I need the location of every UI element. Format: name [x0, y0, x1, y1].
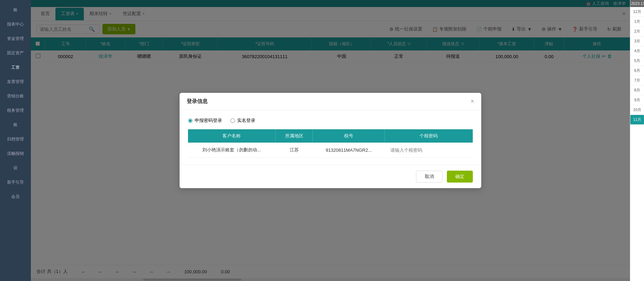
calendar-apr[interactable]: 4月	[630, 46, 644, 56]
sidebar-item-salary[interactable]: 工资	[0, 60, 31, 75]
sidebar-item-fund[interactable]: 资金管理	[0, 32, 31, 46]
radio-realname-login[interactable]: 实名登录	[230, 117, 255, 124]
dialog-col-name: 客户名称	[188, 129, 275, 143]
dialog-col-password: 个税密码	[385, 129, 473, 143]
sidebar-item-settings[interactable]: 设	[0, 161, 31, 175]
cancel-button[interactable]: 取消	[416, 171, 443, 183]
sidebar-item-report[interactable]: 报表中心	[0, 17, 31, 32]
dialog-overlay: 登录信息 × 申报密码登录 实名登录	[31, 0, 630, 281]
calendar-jul[interactable]: 7月	[630, 76, 644, 85]
main-content: 🤖 人工咨询 徐泽华 首页 工资表 × 期末结转 × 凭证配置	[31, 0, 630, 281]
dialog-cell-name: 刘小艳演示账套（勿删勿动...	[188, 143, 275, 158]
sidebar-item-guide[interactable]: 新手引导	[0, 175, 31, 190]
sidebar-item-member[interactable]: 会员	[0, 190, 31, 204]
dialog-body: 申报密码登录 实名登录 客户名称 所属地区 税号	[180, 110, 481, 165]
sidebar-item-fixed-assets[interactable]: 固定资产	[0, 46, 31, 60]
calendar-year: 2023.11	[630, 0, 644, 7]
calendar-sep[interactable]: 9月	[630, 95, 644, 105]
dialog-table-row: 刘小艳演示账套（勿删勿动... 江苏 91320811MA7NGR2...	[188, 143, 473, 158]
calendar-mar[interactable]: 3月	[630, 36, 644, 46]
dialog-footer: 取消 确定	[180, 165, 481, 188]
calendar-feb[interactable]: 2月	[630, 27, 644, 36]
dialog-col-region: 所属地区	[275, 129, 313, 143]
dialog-table: 客户名称 所属地区 税号 个税密码 刘小艳演示账套（勿删勿动... 江苏 913…	[188, 129, 473, 158]
dialog-cell-tax: 91320811MA7NGR2...	[313, 143, 385, 158]
sidebar: 账 报表中心 资金管理 固定资产 工资 发票管理 营销台账 税务管理 账 归档管…	[0, 0, 31, 281]
sidebar-item-archive[interactable]: 归档管理	[0, 132, 31, 146]
calendar-dec[interactable]: 12月	[630, 7, 644, 17]
sidebar-item-tax[interactable]: 税务管理	[0, 103, 31, 118]
dialog-close-button[interactable]: ×	[470, 98, 474, 105]
sidebar-item-account2[interactable]: 账	[0, 118, 31, 132]
login-dialog: 登录信息 × 申报密码登录 实名登录	[180, 93, 481, 188]
dialog-header: 登录信息 ×	[180, 93, 481, 110]
dialog-cell-region: 江苏	[275, 143, 313, 158]
sidebar-item-expense[interactable]: 流畅报销	[0, 146, 31, 161]
sidebar-item-invoice[interactable]: 发票管理	[0, 75, 31, 89]
calendar-jan[interactable]: 1月	[630, 17, 644, 27]
confirm-button[interactable]: 确定	[447, 171, 473, 183]
dialog-cell-password[interactable]	[385, 143, 473, 158]
sidebar-item-account[interactable]: 账	[0, 3, 31, 17]
calendar-aug[interactable]: 8月	[630, 85, 644, 95]
password-input[interactable]	[390, 148, 467, 153]
calendar-sidebar: 2023.11 12月 1月 2月 3月 4月 5月 6月 7月 8月 9月 1…	[630, 0, 644, 281]
calendar-nov[interactable]: 11月	[630, 115, 644, 125]
calendar-jun[interactable]: 6月	[630, 66, 644, 76]
dialog-title: 登录信息	[187, 98, 208, 105]
dialog-col-tax: 税号	[313, 129, 385, 143]
calendar-may[interactable]: 5月	[630, 56, 644, 66]
login-type-radio-group: 申报密码登录 实名登录	[188, 117, 473, 124]
radio-password-login[interactable]: 申报密码登录	[188, 117, 222, 124]
calendar-oct[interactable]: 10月	[630, 105, 644, 115]
sidebar-item-sales[interactable]: 营销台账	[0, 89, 31, 103]
